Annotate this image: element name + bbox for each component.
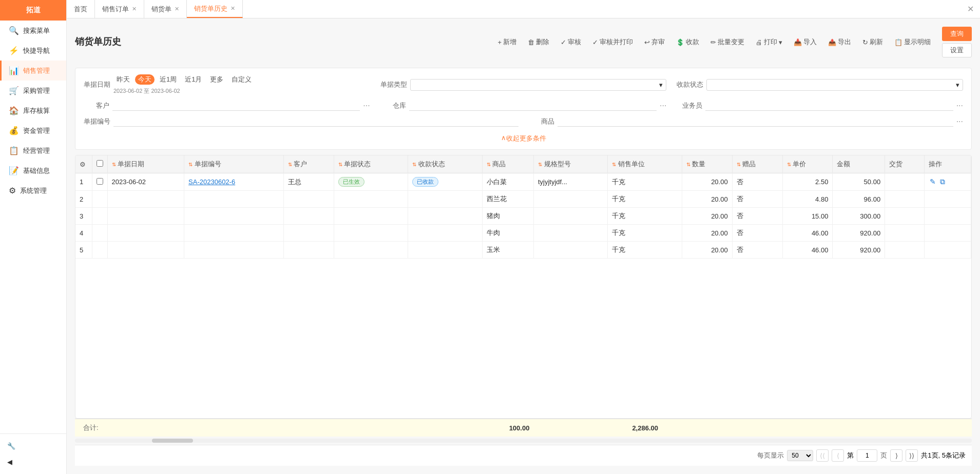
date-tab-custom[interactable]: 自定义 (228, 74, 255, 85)
cell-price: 2.50 (782, 173, 833, 191)
collect-status-select[interactable]: ▾ (706, 79, 963, 91)
export-button[interactable]: 📤 导出 (824, 35, 855, 49)
row-checkbox[interactable] (97, 178, 103, 185)
tab-sales-order[interactable]: 销售订单 ✕ (95, 0, 144, 18)
col-doc-status[interactable]: ⇅ 单据状态 (334, 155, 408, 173)
table-footer: 合计: 100.00 2,286.00 (75, 419, 972, 437)
warehouse-dots[interactable]: ··· (660, 101, 666, 110)
date-tab-today[interactable]: 今天 (135, 74, 155, 85)
cell-doc-no[interactable] (184, 225, 284, 242)
cell-unit: 千克 (608, 173, 682, 191)
sidebar-item-search[interactable]: 🔍 搜索菜单 (0, 21, 66, 41)
horizontal-scrollbar[interactable] (75, 439, 972, 443)
close-sales-goods-tab[interactable]: ✕ (175, 6, 179, 12)
customer-dots[interactable]: ··· (363, 101, 370, 110)
cell-checkbox[interactable] (92, 225, 107, 242)
last-page-btn[interactable]: ⟩⟩ (906, 449, 918, 462)
date-tab-more[interactable]: 更多 (207, 74, 226, 85)
col-doc-no[interactable]: ⇅ 单据编号 (184, 155, 284, 173)
close-sales-history-tab[interactable]: ✕ (230, 5, 235, 12)
cell-pay-status (408, 208, 482, 225)
salesperson-input[interactable] (705, 100, 953, 111)
sidebar-item-basic-info[interactable]: 📝 基础信息 (0, 161, 66, 181)
col-unit[interactable]: ⇅ 销售单位 (608, 155, 682, 173)
show-detail-button[interactable]: 📋 显示明细 (890, 35, 935, 49)
date-tab-week[interactable]: 近1周 (157, 74, 180, 85)
edit-action-btn[interactable]: ✎ (930, 177, 936, 186)
doc-no-link[interactable]: SA-20230602-6 (188, 178, 235, 186)
sidebar-item-quick-nav[interactable]: ⚡ 快捷导航 (0, 41, 66, 61)
cell-checkbox[interactable] (92, 242, 107, 259)
cell-checkbox[interactable] (92, 191, 107, 208)
import-button[interactable]: 📥 导入 (790, 35, 821, 49)
tab-home[interactable]: 首页 (67, 0, 95, 18)
sidebar-item-sales[interactable]: 📊 销售管理 (0, 61, 66, 81)
col-doc-date[interactable]: ⇅ 单据日期 (107, 155, 184, 173)
scrollbar-thumb[interactable] (152, 439, 193, 443)
cell-doc-no[interactable] (184, 191, 284, 208)
sidebar-item-finance[interactable]: 💰 资金管理 (0, 121, 66, 141)
col-goods[interactable]: ⇅ 商品 (482, 155, 533, 173)
cell-qty: 20.00 (682, 208, 732, 225)
cell-amount: 96.00 (833, 191, 885, 208)
filter-collapse[interactable]: ∧ 收起更多条件 (84, 132, 963, 143)
sidebar-item-inventory[interactable]: 🏠 库存核算 (0, 101, 66, 121)
col-price[interactable]: ⇅ 单价 (782, 155, 833, 173)
batch-change-button[interactable]: ✏ 批量变更 (706, 35, 748, 49)
sidebar-item-purchase[interactable]: 🛒 采购管理 (0, 81, 66, 101)
table-settings-icon[interactable]: ⚙ (80, 161, 86, 168)
next-page-btn[interactable]: ⟩ (890, 449, 902, 462)
col-spec[interactable]: ⇅ 规格型号 (533, 155, 607, 173)
audit-print-button[interactable]: ✓ 审核并打印 (588, 35, 637, 49)
select-all-checkbox[interactable] (97, 160, 103, 167)
customer-input[interactable] (112, 100, 360, 111)
cell-checkbox[interactable] (92, 208, 107, 225)
close-sales-order-tab[interactable]: ✕ (132, 6, 137, 12)
doc-type-dropdown-icon: ▾ (659, 81, 663, 89)
col-gift[interactable]: ⇅ 赠品 (732, 155, 782, 173)
col-settings[interactable]: ⚙ (75, 155, 92, 173)
goods-input[interactable] (558, 116, 953, 127)
col-customer[interactable]: ⇅ 客户 (283, 155, 334, 173)
cell-checkbox[interactable] (92, 173, 107, 191)
cell-price: 4.80 (782, 191, 833, 208)
tab-sales-history[interactable]: 销货单历史 ✕ (187, 0, 243, 18)
doc-type-select[interactable]: ▾ (410, 79, 667, 91)
cell-goods: 牛肉 (482, 225, 533, 242)
doc-no-input[interactable] (113, 116, 518, 127)
cell-spec (533, 208, 607, 225)
copy-action-btn[interactable]: ⧉ (940, 177, 945, 186)
first-page-btn[interactable]: ⟨⟨ (816, 449, 829, 462)
sidebar-item-system[interactable]: ⚙ 系统管理 (0, 181, 66, 201)
sidebar-collapse[interactable]: ◀ (0, 454, 66, 470)
date-tab-month[interactable]: 近1月 (182, 74, 205, 85)
cell-qty: 20.00 (682, 191, 732, 208)
close-all-tabs[interactable]: ✕ (961, 4, 980, 14)
cell-doc-no[interactable] (184, 208, 284, 225)
new-icon: + (497, 38, 502, 46)
collect-button[interactable]: 💲 收款 (672, 35, 703, 49)
abandon-button[interactable]: ↩ 弃审 (640, 35, 669, 49)
cell-doc-no[interactable] (184, 242, 284, 259)
cell-doc-no[interactable]: SA-20230602-6 (184, 173, 284, 191)
tab-sales-goods[interactable]: 销货单 ✕ (144, 0, 187, 18)
page-input[interactable] (857, 449, 877, 462)
goods-dots[interactable]: ··· (956, 117, 963, 126)
warehouse-input[interactable] (409, 100, 657, 111)
print-button[interactable]: 🖨 打印 ▾ (752, 35, 786, 49)
new-button[interactable]: + 新增 (493, 35, 521, 49)
query-button[interactable]: 查询 (942, 27, 972, 41)
date-tab-yesterday[interactable]: 昨天 (113, 74, 133, 85)
delete-button[interactable]: 🗑 删除 (524, 35, 553, 49)
refresh-button[interactable]: ↻ 刷新 (858, 35, 887, 49)
page-size-select[interactable]: 50 100 200 (787, 450, 813, 461)
col-qty[interactable]: ⇅ 数量 (682, 155, 732, 173)
col-pay-status[interactable]: ⇅ 收款状态 (408, 155, 482, 173)
sidebar-bottom-settings[interactable]: 🔧 (0, 438, 66, 454)
prev-page-btn[interactable]: ⟨ (832, 449, 844, 462)
salesperson-dots[interactable]: ··· (956, 101, 963, 110)
sidebar-item-operations[interactable]: 📋 经营管理 (0, 141, 66, 161)
setting-button[interactable]: 设置 (942, 43, 972, 57)
export-icon: 📤 (828, 38, 836, 46)
audit-button[interactable]: ✓ 审核 (556, 35, 585, 49)
